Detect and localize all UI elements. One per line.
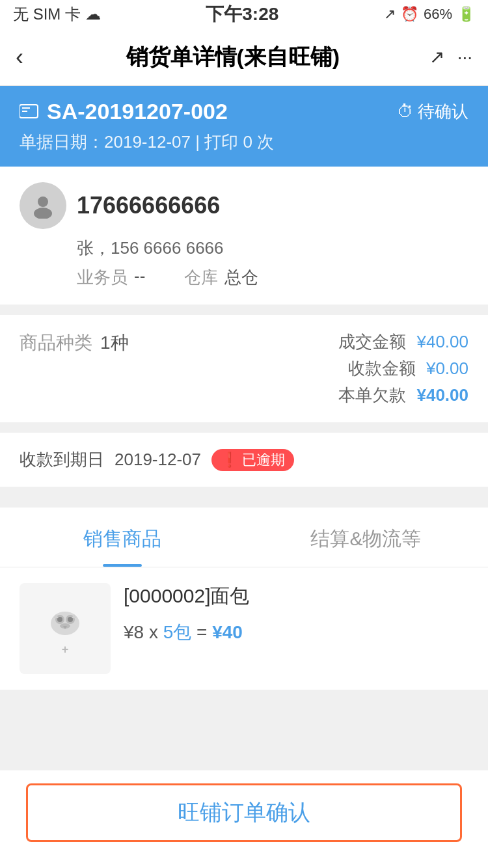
page-title: 销货单详情(来自旺铺) bbox=[36, 42, 429, 72]
tabs-section: 销售商品 结算&物流等 bbox=[0, 508, 488, 690]
battery-level: 66% bbox=[424, 6, 452, 23]
divider-1 bbox=[0, 305, 488, 315]
status-right: ↗ ⏰ 66% 🔋 bbox=[384, 6, 475, 23]
product-logo-plus: + bbox=[62, 643, 69, 657]
bottom-bar: 旺铺订单确认 bbox=[0, 770, 488, 868]
status-bar: 无 SIM 卡 ☁ 下午3:28 ↗ ⏰ 66% 🔋 bbox=[0, 0, 488, 29]
overdue-text: 已逾期 bbox=[242, 450, 285, 470]
order-date: 单据日期：2019-12-07 | 打印 0 次 bbox=[20, 131, 468, 154]
equals-sign: = bbox=[197, 622, 212, 642]
svg-point-4 bbox=[34, 208, 52, 219]
product-section: + [0000002]面包 ¥8 x 5包 = ¥40 bbox=[0, 567, 488, 690]
tabs-row: 销售商品 结算&物流等 bbox=[0, 508, 488, 567]
product-quantity: 5包 bbox=[163, 622, 192, 642]
product-thumbnail: + bbox=[20, 583, 111, 674]
warehouse-label: 仓库 bbox=[184, 266, 218, 289]
svg-rect-2 bbox=[22, 111, 27, 112]
summary-section: 商品种类 1种 成交金额 ¥40.00 收款金额 ¥0.00 本单欠款 ¥40.… bbox=[0, 315, 488, 422]
deal-amount-value: ¥40.00 bbox=[416, 332, 468, 352]
customer-meta: 业务员 -- 仓库 总仓 bbox=[77, 266, 468, 289]
receipt-amount-value: ¥0.00 bbox=[426, 359, 468, 379]
overdue-icon: ❗ bbox=[221, 452, 238, 468]
battery-icon: 🔋 bbox=[457, 6, 475, 23]
order-id: SA-20191207-002 bbox=[20, 99, 228, 124]
salesperson-label: 业务员 bbox=[77, 266, 128, 289]
due-date-value: 2019-12-07 bbox=[115, 450, 201, 470]
product-info: [0000002]面包 ¥8 x 5包 = ¥40 bbox=[124, 583, 468, 645]
location-icon: ↗ bbox=[384, 6, 396, 23]
deal-amount-label: 成交金额 bbox=[338, 331, 406, 353]
customer-section: 17666666666 张，156 6666 6666 业务员 -- 仓库 总仓 bbox=[0, 167, 488, 305]
divider-3 bbox=[0, 487, 488, 497]
order-icon bbox=[20, 99, 40, 124]
customer-phone: 17666666666 bbox=[77, 192, 220, 219]
order-status: ⏱ 待确认 bbox=[397, 100, 468, 123]
product-item: + [0000002]面包 ¥8 x 5包 = ¥40 bbox=[20, 583, 468, 674]
sim-status: 无 SIM 卡 ☁ bbox=[13, 4, 101, 25]
status-time: 下午3:28 bbox=[206, 2, 278, 27]
tab-sales-goods[interactable]: 销售商品 bbox=[0, 508, 244, 567]
divider-2 bbox=[0, 422, 488, 433]
customer-avatar bbox=[20, 182, 66, 229]
confirm-order-button[interactable]: 旺铺订单确认 bbox=[26, 783, 462, 842]
tab-settlement[interactable]: 结算&物流等 bbox=[244, 508, 488, 567]
back-button[interactable]: ‹ bbox=[16, 44, 23, 71]
product-price-row: ¥8 x 5包 = ¥40 bbox=[124, 620, 468, 645]
amounts-area: 成交金额 ¥40.00 收款金额 ¥0.00 本单欠款 ¥40.00 bbox=[338, 331, 468, 407]
svg-rect-1 bbox=[22, 107, 30, 109]
status-left: 无 SIM 卡 ☁ bbox=[13, 4, 101, 25]
product-name: [0000002]面包 bbox=[124, 583, 468, 610]
warehouse-value: 总仓 bbox=[224, 266, 258, 289]
customer-name-phone: 张，156 6666 6666 bbox=[77, 237, 468, 260]
product-type-value: 1种 bbox=[100, 331, 129, 355]
share-button[interactable]: ↗ bbox=[429, 46, 444, 68]
clock-icon: ⏱ bbox=[397, 102, 414, 122]
receipt-amount-label: 收款金额 bbox=[348, 357, 416, 380]
product-type-label: 商品种类 bbox=[20, 331, 92, 355]
owe-amount-value: ¥40.00 bbox=[416, 385, 468, 405]
multiply-sign: x bbox=[149, 622, 163, 642]
owe-amount-label: 本单欠款 bbox=[338, 384, 406, 407]
product-unit-price: ¥8 bbox=[124, 622, 144, 642]
more-button[interactable]: ··· bbox=[457, 47, 472, 68]
svg-point-3 bbox=[38, 197, 48, 207]
due-date-section: 收款到期日 2019-12-07 ❗ 已逾期 bbox=[0, 433, 488, 487]
order-header-banner: SA-20191207-002 ⏱ 待确认 单据日期：2019-12-07 | … bbox=[0, 86, 488, 167]
product-total: ¥40 bbox=[212, 622, 243, 642]
nav-actions: ↗ ··· bbox=[429, 46, 472, 68]
overdue-badge: ❗ 已逾期 bbox=[211, 449, 294, 471]
salesperson-value: -- bbox=[134, 266, 145, 289]
nav-bar: ‹ 销货单详情(来自旺铺) ↗ ··· bbox=[0, 29, 488, 86]
product-type-area: 商品种类 1种 bbox=[20, 331, 129, 355]
alarm-icon: ⏰ bbox=[401, 6, 418, 23]
due-date-label: 收款到期日 bbox=[20, 448, 104, 471]
